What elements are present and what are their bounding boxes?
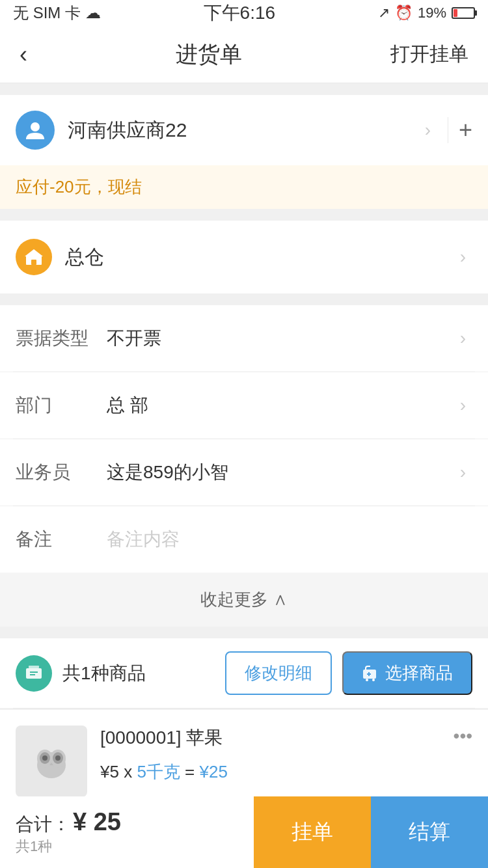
- warehouse-icon: [16, 239, 52, 275]
- product-thumb-owl: [25, 735, 77, 787]
- product-count-label: 共1种商品: [62, 661, 215, 686]
- department-value: 总 部: [107, 393, 460, 418]
- product-title-name: 苹果: [186, 727, 223, 748]
- status-right: ↗ ⏰ 19%: [378, 5, 475, 21]
- remark-label: 备注: [16, 527, 107, 552]
- equals-sign: =: [185, 762, 199, 781]
- department-row[interactable]: 部门 总 部 ›: [0, 372, 488, 439]
- department-chevron-icon: ›: [460, 395, 466, 416]
- svg-point-0: [31, 122, 40, 131]
- invoice-type-row[interactable]: 票据类型 不开票 ›: [0, 305, 488, 372]
- select-product-button[interactable]: 选择商品: [342, 651, 472, 695]
- product-count-icon: [16, 655, 52, 692]
- invoice-type-value: 不开票: [107, 326, 460, 351]
- svg-rect-5: [29, 666, 39, 668]
- battery-percent: 19%: [418, 5, 446, 21]
- warehouse-chevron-icon: ›: [460, 247, 466, 267]
- notice-bar: 应付-20元，现结: [0, 165, 488, 209]
- product-info: [0000001] 苹果 ¥5 x 5千克 = ¥25: [100, 726, 441, 797]
- total-label: 合计：: [16, 812, 70, 837]
- remark-row[interactable]: 备注 备注内容: [0, 506, 488, 573]
- svg-rect-4: [26, 668, 42, 679]
- settle-label: 结算: [409, 818, 450, 847]
- thin-divider-4: [13, 708, 475, 709]
- warehouse-name: 总仓: [65, 244, 460, 271]
- supplier-chevron-icon: ›: [425, 120, 431, 141]
- hang-label: 挂单: [291, 818, 333, 847]
- collapse-label: 收起更多 ∧: [200, 588, 287, 611]
- total-amount: ¥ 25: [73, 808, 121, 836]
- section-gap-2: [0, 209, 488, 221]
- salesperson-value: 这是859的小智: [107, 460, 460, 485]
- status-bar: 无 SIM 卡 ☁ 下午6:16 ↗ ⏰ 19%: [0, 0, 488, 26]
- product-more-button[interactable]: •••: [454, 726, 472, 746]
- location-icon: ↗: [378, 5, 390, 21]
- salesperson-chevron-icon: ›: [460, 462, 466, 483]
- warehouse-row[interactable]: 总仓 ›: [0, 221, 488, 293]
- alarm-icon: ⏰: [395, 5, 413, 21]
- page-title: 进货单: [176, 40, 242, 70]
- invoice-type-label: 票据类型: [16, 326, 107, 351]
- product-price: ¥5 x 5千克 = ¥25: [100, 761, 441, 783]
- section-gap-3: [0, 293, 488, 305]
- product-code: [0000001]: [100, 727, 182, 748]
- total-count: 共1种: [16, 837, 238, 856]
- svg-rect-3: [31, 260, 36, 265]
- status-left: 无 SIM 卡 ☁: [13, 3, 101, 23]
- nav-bar: ‹ 进货单 打开挂单: [0, 26, 488, 83]
- person-icon: [23, 118, 47, 142]
- department-label: 部门: [16, 393, 107, 418]
- section-gap-1: [0, 83, 488, 95]
- unit-price: ¥5: [100, 762, 119, 781]
- section-gap-4: [0, 627, 488, 638]
- supplier-row[interactable]: 河南供应商22 › +: [0, 95, 488, 165]
- multiply-sign: x: [124, 762, 137, 781]
- settle-button[interactable]: 结算: [371, 796, 488, 868]
- svg-marker-2: [25, 249, 43, 256]
- divider: [448, 117, 448, 143]
- supplier-avatar: [16, 111, 55, 150]
- select-product-label: 选择商品: [385, 662, 453, 685]
- edit-detail-button[interactable]: 修改明细: [225, 651, 332, 695]
- svg-point-19: [55, 755, 61, 761]
- bottom-bar: 合计： ¥ 25 共1种 挂单 结算: [0, 796, 488, 868]
- total-section: 合计： ¥ 25 共1种: [0, 796, 254, 868]
- svg-point-18: [42, 755, 47, 761]
- products-header: 共1种商品 修改明细 选择商品: [0, 638, 488, 708]
- salesperson-row[interactable]: 业务员 这是859的小智 ›: [0, 439, 488, 506]
- cart-icon: [362, 664, 380, 683]
- product-thumbnail: [16, 726, 87, 797]
- battery-icon: [452, 7, 475, 19]
- product-name: [0000001] 苹果: [100, 726, 441, 750]
- svg-point-9: [366, 679, 368, 681]
- invoice-chevron-icon: ›: [460, 328, 466, 349]
- back-button[interactable]: ‹: [20, 41, 27, 68]
- add-supplier-button[interactable]: +: [459, 116, 472, 144]
- qty-value: 5千克: [137, 762, 180, 781]
- remark-placeholder: 备注内容: [107, 527, 472, 552]
- hang-button[interactable]: 挂单: [254, 796, 371, 868]
- open-hang-button[interactable]: 打开挂单: [390, 41, 468, 68]
- status-time: 下午6:16: [204, 1, 276, 25]
- total-value: ¥25: [200, 762, 228, 781]
- collapse-row[interactable]: 收起更多 ∧: [0, 573, 488, 627]
- salesperson-label: 业务员: [16, 460, 107, 485]
- sim-label: 无 SIM 卡 ☁: [13, 3, 101, 23]
- supplier-name: 河南供应商22: [68, 117, 425, 144]
- svg-point-10: [372, 679, 375, 681]
